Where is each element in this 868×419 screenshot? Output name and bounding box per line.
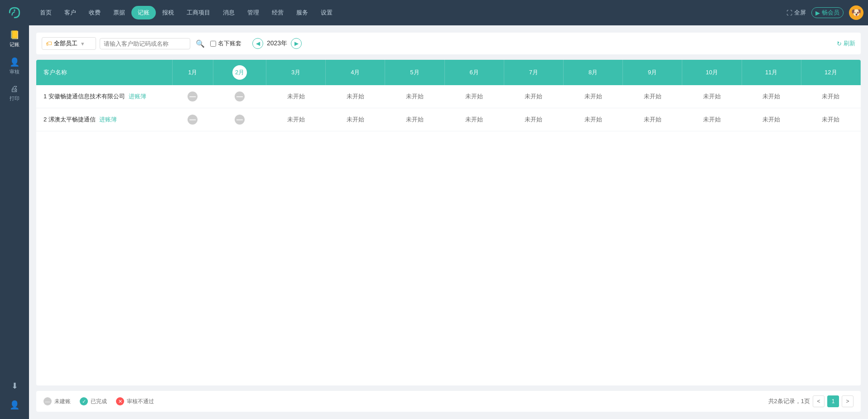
- fullscreen-label: 全屏: [794, 9, 806, 17]
- prev-page-button[interactable]: <: [813, 395, 825, 407]
- under-account-checkbox[interactable]: [210, 41, 216, 47]
- sidebar-item-label: 记账: [10, 41, 19, 48]
- total-text: 共2条记录，1页: [768, 397, 810, 405]
- cell-month-1: —: [172, 108, 213, 131]
- under-account-label: 名下账套: [218, 39, 241, 48]
- pagination: 共2条记录，1页 < 1 >: [768, 395, 854, 407]
- enter-account-link[interactable]: 进账簿: [99, 116, 117, 123]
- topnav: 首页 客户 收费 票据 记账 报税 工商项目 消息 管理 经营 服务 设置 ⛶ …: [29, 0, 868, 25]
- legend-teal-dot: ✓: [80, 397, 88, 405]
- cell-month-11: 未开始: [742, 85, 801, 108]
- topnav-right: ⛶ 全屏 ▶ 畅会员 🐶: [786, 5, 863, 20]
- nav-customer[interactable]: 客户: [58, 6, 82, 19]
- chevron-down-icon: ▾: [81, 40, 84, 47]
- cell-month-4: 未开始: [326, 85, 385, 108]
- member-button[interactable]: ▶ 畅会员: [811, 7, 844, 18]
- next-icon: >: [846, 398, 849, 405]
- toolbar: 🏷 全部员工 ▾ 🔍 名下账套 ◀ 2023年 ▶ ↻ 刷新: [36, 33, 861, 54]
- nav-business[interactable]: 工商项目: [180, 6, 217, 19]
- audit-icon: 👤: [10, 57, 19, 67]
- nav-accounting[interactable]: 记账: [131, 6, 156, 19]
- content-area: 🏷 全部员工 ▾ 🔍 名下账套 ◀ 2023年 ▶ ↻ 刷新: [29, 25, 868, 419]
- fullscreen-icon: ⛶: [786, 10, 792, 16]
- nav-service[interactable]: 服务: [290, 6, 314, 19]
- member-label: 畅会员: [822, 9, 839, 17]
- cell-month-1: —: [172, 85, 213, 108]
- cell-month-3: 未开始: [266, 108, 326, 131]
- col-apr: 4月: [326, 60, 385, 85]
- fullscreen-button[interactable]: ⛶ 全屏: [786, 9, 806, 17]
- page-1-label: 1: [832, 398, 835, 405]
- current-month-indicator: 2月: [232, 65, 247, 80]
- sidebar-item-audit[interactable]: 👤 审核: [0, 53, 29, 80]
- col-oct: 10月: [682, 60, 742, 85]
- row-index: 2: [43, 116, 48, 123]
- customer-name: 安徽畅捷通信息技术有限公司: [48, 93, 125, 100]
- refresh-label: 刷新: [844, 39, 855, 48]
- cell-month-7: 未开始: [504, 108, 563, 131]
- svg-point-0: [14, 10, 15, 11]
- col-dec: 12月: [801, 60, 860, 85]
- cell-month-4: 未开始: [326, 108, 385, 131]
- print-icon: 🖨: [10, 84, 19, 94]
- refresh-icon: ↻: [837, 40, 842, 47]
- employee-select[interactable]: 🏷 全部员工 ▾: [42, 37, 96, 50]
- nav-fee[interactable]: 收费: [82, 6, 107, 19]
- legend-completed-label: 已完成: [91, 398, 107, 405]
- sidebar-logo: [0, 0, 29, 25]
- row-index: 1: [43, 93, 48, 100]
- avatar[interactable]: 🐶: [849, 5, 863, 20]
- cell-month-9: 未开始: [623, 108, 682, 131]
- nav-tax[interactable]: 报税: [156, 6, 180, 19]
- refresh-button[interactable]: ↻ 刷新: [837, 39, 855, 48]
- accounting-icon: 📒: [10, 30, 19, 40]
- col-sep: 9月: [623, 60, 682, 85]
- status-not-created: —: [188, 115, 198, 125]
- nav-home[interactable]: 首页: [34, 6, 58, 19]
- nav-message[interactable]: 消息: [217, 6, 241, 19]
- page-1-button[interactable]: 1: [827, 395, 839, 407]
- search-button[interactable]: 🔍: [194, 39, 207, 48]
- cell-month-10: 未开始: [682, 85, 742, 108]
- sidebar-item-accounting[interactable]: 📒 记账: [0, 25, 29, 53]
- search-input[interactable]: [100, 38, 190, 49]
- status-not-created: —: [235, 115, 245, 125]
- main-area: 首页 客户 收费 票据 记账 报税 工商项目 消息 管理 经营 服务 设置 ⛶ …: [29, 0, 868, 419]
- table-body: 1 安徽畅捷通信息技术有限公司进账簿——未开始未开始未开始未开始未开始未开始未开…: [36, 85, 861, 131]
- col-aug: 8月: [563, 60, 622, 85]
- next-year-button[interactable]: ▶: [291, 38, 302, 49]
- nav-invoice[interactable]: 票据: [107, 6, 131, 19]
- nav-operation[interactable]: 经营: [265, 6, 290, 19]
- year-nav: ◀ 2023年 ▶: [252, 38, 302, 49]
- sidebar-bottom: ⬇ 👤: [0, 376, 29, 419]
- cell-month-12: 未开始: [801, 108, 860, 131]
- legend-not-created-label: 未建账: [54, 398, 71, 405]
- accounts-table: 客户名称 1月 2月 3月 4月 5月 6月 7月 8月 9月 10月: [36, 60, 861, 131]
- sidebar-item-label: 审核: [10, 68, 19, 75]
- col-feb: 2月: [213, 60, 266, 85]
- nav-settings[interactable]: 设置: [314, 6, 339, 19]
- enter-account-link[interactable]: 进账簿: [129, 93, 146, 100]
- sidebar-item-print[interactable]: 🖨 打印: [0, 80, 29, 106]
- under-account-checkbox-label[interactable]: 名下账套: [210, 39, 241, 48]
- cell-month-6: 未开始: [444, 85, 504, 108]
- cell-month-8: 未开始: [563, 85, 622, 108]
- legend-rejected: ✕ 审核不通过: [116, 397, 154, 405]
- nav-manage[interactable]: 管理: [241, 6, 265, 19]
- cell-month-5: 未开始: [385, 108, 444, 131]
- legend-grey-dot: —: [43, 397, 52, 405]
- cell-month-9: 未开始: [623, 85, 682, 108]
- col-jul: 7月: [504, 60, 563, 85]
- download-icon: ⬇: [11, 381, 18, 391]
- col-customer-name: 客户名称: [36, 60, 172, 85]
- prev-year-button[interactable]: ◀: [252, 38, 263, 49]
- next-page-button[interactable]: >: [842, 395, 854, 407]
- cell-customer-name: 1 安徽畅捷通信息技术有限公司进账簿: [36, 85, 172, 108]
- sidebar-item-user[interactable]: 👤: [0, 395, 29, 414]
- col-jan: 1月: [172, 60, 213, 85]
- legend-rejected-label: 审核不通过: [127, 398, 154, 405]
- cell-customer-name: 2 漯澳太平畅捷通信进账簿: [36, 108, 172, 131]
- legend-completed: ✓ 已完成: [80, 397, 107, 405]
- sidebar-item-download[interactable]: ⬇: [0, 376, 29, 395]
- cell-month-6: 未开始: [444, 108, 504, 131]
